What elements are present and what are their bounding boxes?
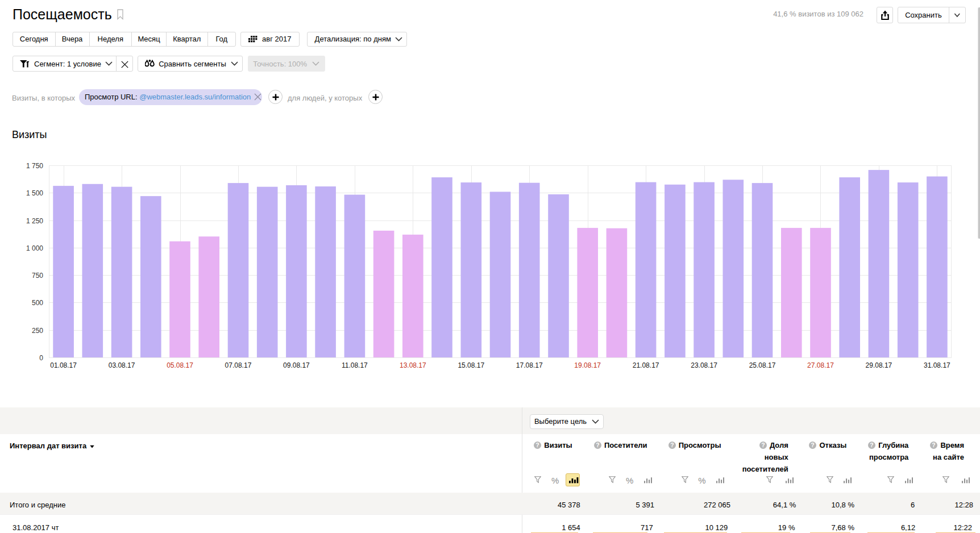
svg-text:07.08.17: 07.08.17 (225, 361, 252, 369)
svg-text:17.08.17: 17.08.17 (516, 361, 543, 369)
svg-text:11.08.17: 11.08.17 (342, 361, 368, 369)
svg-text:29.08.17: 29.08.17 (866, 361, 892, 369)
svg-text:15.08.17: 15.08.17 (458, 361, 484, 369)
svg-text:25.08.17: 25.08.17 (749, 361, 776, 369)
svg-text:?: ? (811, 442, 815, 448)
svg-text:19.08.17: 19.08.17 (574, 361, 601, 369)
svg-text:500: 500 (32, 299, 43, 307)
svg-text:?: ? (932, 442, 936, 448)
svg-text:03.08.17: 03.08.17 (109, 361, 135, 369)
svg-text:01.08.17: 01.08.17 (50, 361, 77, 369)
svg-text:27.08.17: 27.08.17 (807, 361, 834, 369)
svg-text:09.08.17: 09.08.17 (283, 361, 310, 369)
svg-text:1 250: 1 250 (26, 217, 43, 225)
svg-text:31.08.17: 31.08.17 (924, 361, 950, 369)
svg-text:23.08.17: 23.08.17 (691, 361, 717, 369)
svg-text:1 000: 1 000 (26, 244, 43, 252)
svg-text:750: 750 (32, 272, 43, 280)
svg-text:?: ? (870, 442, 873, 448)
svg-text:05.08.17: 05.08.17 (167, 361, 193, 369)
svg-text:?: ? (670, 442, 674, 448)
svg-text:?: ? (536, 442, 539, 448)
svg-text:1 750: 1 750 (26, 162, 43, 170)
svg-text:13.08.17: 13.08.17 (400, 361, 426, 369)
svg-text:21.08.17: 21.08.17 (633, 361, 659, 369)
svg-text:1 500: 1 500 (26, 189, 43, 197)
svg-text:0: 0 (39, 354, 43, 362)
svg-text:?: ? (596, 442, 599, 448)
svg-text:?: ? (761, 442, 765, 448)
svg-text:250: 250 (32, 327, 43, 335)
